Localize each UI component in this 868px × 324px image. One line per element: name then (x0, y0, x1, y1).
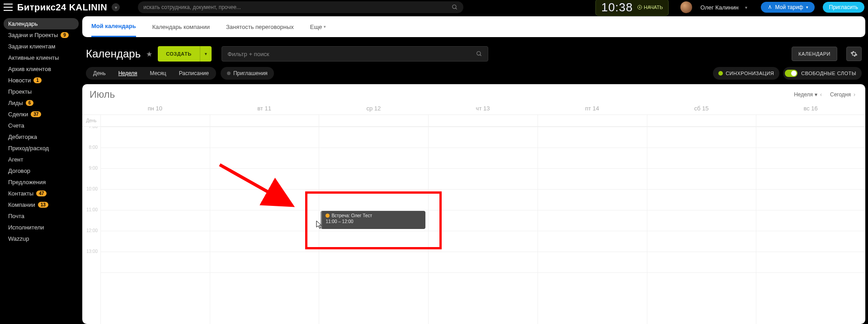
sidebar-item-label: Агент (8, 156, 24, 163)
tab-2[interactable]: Занятость переговорных (226, 16, 294, 37)
sidebar-item-8[interactable]: Сделки37 (0, 109, 82, 120)
day-header-4: пт 14 (538, 102, 647, 114)
day-col-5[interactable] (647, 127, 756, 324)
sidebar-item-7[interactable]: Лиды6 (0, 97, 82, 109)
invites-pill[interactable]: Приглашения (221, 67, 274, 80)
time-label-5: 12:00 (82, 228, 100, 249)
sync-button[interactable]: СИНХРОНИЗАЦИЯ (713, 67, 779, 80)
day-col-3[interactable] (428, 127, 538, 324)
sidebar-item-12[interactable]: Агент (0, 154, 82, 165)
day-col-0[interactable] (100, 127, 210, 324)
view-mode-3[interactable]: Расписание (173, 68, 215, 79)
chevron-down-icon: ▾ (806, 5, 808, 10)
sidebar-item-label: Архив клиентов (8, 66, 51, 72)
invites-dot-icon (227, 71, 231, 75)
sidebar-item-label: Дебиторка (8, 133, 37, 140)
brand-chevron-icon[interactable]: ▾ (112, 3, 120, 11)
time-label-6: 13:00 (82, 249, 100, 270)
event-color-icon (326, 214, 330, 218)
time-label-1: 8:00 (82, 145, 100, 166)
tab-3[interactable]: Еще▾ (310, 16, 326, 37)
sidebar-item-label: Исполнители (8, 224, 44, 231)
sidebar-item-3[interactable]: Активные клиенты (0, 52, 82, 63)
clock-widget[interactable]: 10:38 НАЧАТЬ (595, 0, 669, 16)
sidebar-item-14[interactable]: Предложения (0, 176, 82, 188)
day-header-5: сб 15 (647, 102, 756, 114)
day-col-4[interactable] (538, 127, 647, 324)
sidebar-item-1[interactable]: Задачи и Проекты9 (0, 29, 82, 41)
sidebar-item-2[interactable]: Задачи клиентам (0, 41, 82, 52)
view-mode-2[interactable]: Месяц (144, 68, 173, 79)
sidebar-item-label: Задачи клиентам (8, 43, 55, 50)
prev-week-button[interactable]: ‹ (817, 91, 825, 98)
favorite-star-icon[interactable]: ★ (146, 50, 152, 58)
view-mode-1[interactable]: Неделя (112, 68, 144, 79)
sidebar-item-17[interactable]: Почта (0, 210, 82, 222)
sidebar-item-0[interactable]: Календарь (4, 18, 79, 29)
sidebar-item-label: Сделки (8, 111, 28, 118)
create-button[interactable]: СОЗДАТЬ ▾ (158, 46, 212, 62)
time-label-2: 9:00 (82, 166, 100, 186)
sidebar-item-6[interactable]: Проекты (0, 86, 82, 97)
sidebar-item-18[interactable]: Исполнители (0, 222, 82, 233)
chevron-down-icon: ▾ (324, 24, 326, 29)
sidebar-item-11[interactable]: Приход/расход (0, 143, 82, 154)
sidebar-item-5[interactable]: Новости1 (0, 75, 82, 86)
sidebar-badge: 6 (26, 100, 34, 106)
filter-search-input[interactable]: Фильтр + поиск (222, 46, 488, 62)
day-header-0: пн 10 (100, 102, 210, 114)
sidebar-item-label: Компании (8, 201, 35, 208)
sidebar-item-label: Контакты (8, 190, 33, 197)
day-col-1[interactable] (210, 127, 319, 324)
free-slots-toggle[interactable]: СВОБОДНЫЕ СЛОТЫ (783, 67, 862, 80)
tab-1[interactable]: Календарь компании (152, 16, 210, 37)
invite-button[interactable]: Пригласить (823, 2, 864, 13)
sidebar-item-label: Задачи и Проекты (8, 32, 58, 38)
gear-icon (850, 50, 858, 57)
time-label-0: 7:00 (82, 127, 100, 145)
next-week-button[interactable]: › (851, 91, 858, 98)
settings-button[interactable] (846, 47, 862, 61)
menu-toggle[interactable] (4, 4, 13, 11)
today-button[interactable]: Сегодня (830, 91, 851, 98)
sync-status-icon (718, 71, 723, 76)
global-search-input[interactable]: искать сотрудника, документ, прочее... (138, 1, 463, 13)
view-range-dropdown[interactable]: Неделя ▾ (794, 91, 817, 98)
calendar-grid: Июль Неделя ▾ ‹ Сегодня › пн 10вт 11ср 1… (82, 84, 865, 324)
page-title: Календарь (86, 48, 141, 60)
create-dropdown-icon[interactable]: ▾ (200, 52, 212, 56)
day-col-6[interactable] (756, 127, 865, 324)
username[interactable]: Олег Калинин (700, 4, 738, 11)
user-chevron-icon[interactable]: ▾ (745, 5, 747, 10)
global-search-placeholder: искать сотрудника, документ, прочее... (143, 4, 241, 10)
tariff-button[interactable]: Мой тариф ▾ (761, 2, 815, 13)
sidebar-item-label: Почта (8, 213, 24, 219)
sidebar-item-13[interactable]: Договор (0, 165, 82, 176)
allday-label: День (82, 115, 100, 126)
sidebar-item-label: Лиды (8, 100, 23, 106)
cursor-icon (316, 220, 322, 229)
brand-title: Битрикс24 KALININ (17, 2, 107, 13)
sidebar-item-label: Договор (8, 167, 30, 174)
sidebar-item-15[interactable]: Контакты47 (0, 188, 82, 199)
sidebar-item-9[interactable]: Счета (0, 120, 82, 131)
avatar[interactable] (680, 1, 692, 13)
event-time: 11:00 – 12:00 (326, 219, 422, 224)
svg-line-3 (480, 55, 481, 56)
sidebar-item-16[interactable]: Компании13 (0, 199, 82, 210)
calendar-event[interactable]: Встреча: Олег Тест11:00 – 12:00 (321, 211, 425, 229)
calendars-button[interactable]: КАЛЕНДАРИ (792, 47, 837, 61)
svg-point-2 (477, 52, 481, 55)
search-icon (476, 51, 482, 57)
sidebar-item-label: Счета (8, 122, 24, 129)
tab-0[interactable]: Мой календарь (91, 16, 136, 37)
sidebar-item-4[interactable]: Архив клиентов (0, 63, 82, 75)
clock-start-button[interactable]: НАЧАТЬ (637, 5, 663, 10)
view-mode-0[interactable]: День (87, 68, 112, 79)
view-mode-switcher: ДеньНеделяМесяцРасписание (86, 67, 216, 80)
sidebar-item-10[interactable]: Дебиторка (0, 131, 82, 143)
sidebar-item-label: Новости (8, 77, 31, 84)
rocket-icon (767, 5, 773, 10)
sidebar-item-19[interactable]: Wazzup (0, 233, 82, 244)
event-title: Встреча: Олег Тест (331, 213, 372, 219)
